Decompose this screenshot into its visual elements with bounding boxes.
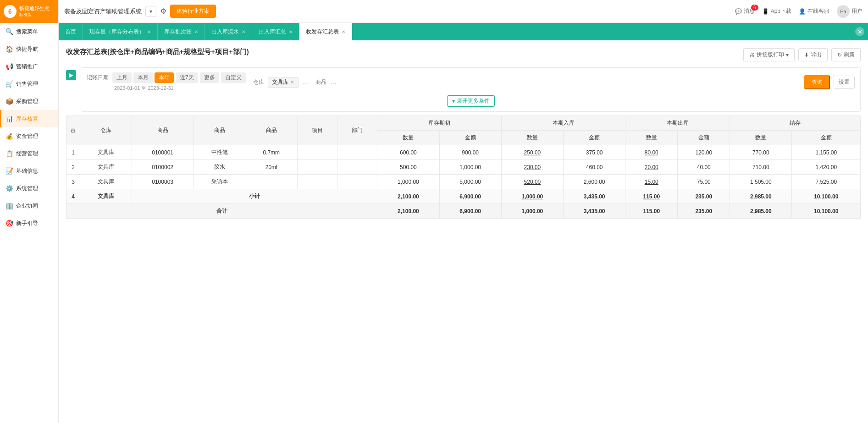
warehouse-tag-close[interactable]: ✕ [290,79,294,85]
sidebar-label-basic-info: 基础信息 [16,167,38,175]
total-balance-qty: 2,985.00 [730,204,792,219]
row-project [298,160,337,175]
app-download-item[interactable]: 📱 App下载 [762,7,791,15]
table-gear-icon[interactable]: ⚙ [70,127,76,134]
product-ellipsis[interactable]: ... [330,78,336,86]
filter-collapse-button[interactable]: ▶ [66,70,76,80]
tab-batch-accounts[interactable]: 库存批次账✕ [158,23,205,40]
print-button[interactable]: 🖨 拼接版打印 ▾ [743,48,795,61]
row-product-code: 0100002 [132,160,194,175]
tab-label-inventory-dist: 现存量（库存分布表） [89,28,144,36]
tab-label-in-out-summary: 出入库汇总 [259,28,286,36]
tab-home[interactable]: 首页 [59,23,83,40]
sidebar-item-operations[interactable]: 📋 经营管理 [0,145,58,162]
tab-close-in-out-flow[interactable]: ✕ [242,29,245,34]
date-btn-本年[interactable]: 本年 [155,72,174,83]
tab-close-in-out-summary[interactable]: ✕ [289,29,293,34]
row-out-qty[interactable]: 80.00 [625,145,678,160]
tab-in-out-summary[interactable]: 出入库汇总✕ [252,23,299,40]
sidebar-item-quick-nav[interactable]: 🏠 快捷导航 [0,40,58,58]
export-button[interactable]: ⬇ 导出 [798,48,828,61]
sidebar-item-inventory[interactable]: 📊 库存核算 [0,110,58,127]
sidebar-label-sales: 销售管理 [16,80,38,88]
row-balance-qty: 1,505.00 [730,175,792,189]
sidebar-item-enterprise[interactable]: 🏢 企业协同 [0,197,58,214]
online-service-item[interactable]: 👤 在线客服 [799,7,829,15]
sidebar-label-operations: 经营管理 [16,150,38,158]
sidebar-icon-quick-nav: 🏠 [5,45,13,53]
opening-qty-header: 数量 [377,131,439,145]
warehouse-ellipsis[interactable]: ... [302,78,308,86]
sidebar-item-system[interactable]: ⚙️ 系统管理 [0,180,58,197]
subtotal-in-qty[interactable]: 1,000.00 [501,189,563,204]
settings-button[interactable]: 设置 [834,76,855,89]
out-group-header: 本期出库 [625,116,730,131]
tab-label-batch-accounts: 库存批次账 [164,28,192,36]
row-opening-amt: 1,000.00 [439,160,501,175]
tab-bar: 首页现存量（库存分布表）✕库存批次账✕出入库流水✕出入库汇总✕收发存汇总表✕✕ [59,23,868,40]
filter-panel: 记账日期 上月本月本年近7天更多自定义 2023-01-01 至 2023-12… [81,67,861,112]
tab-receive-send-summary[interactable]: 收发存汇总表✕ [299,23,352,40]
sidebar-icon-system: ⚙️ [5,184,13,192]
total-row: 合计 2,100.00 6,900.00 1,000.00 3,435.00 1… [66,204,861,219]
user-item[interactable]: Ea 用户 [837,5,862,18]
table-row: 1 文具库 0100001 中性笔 0.7mm 600.00 900.00 25… [66,145,861,160]
settings-icon[interactable]: ⚙ [160,7,166,16]
sidebar-item-sales[interactable]: 🛒 销售管理 [0,75,58,93]
date-btn-更多[interactable]: 更多 [200,72,219,83]
row-project [298,175,337,189]
sidebar-item-guide[interactable]: 🎯 新手引导 [0,214,58,232]
query-button[interactable]: 查询 [804,75,830,89]
sidebar-item-search[interactable]: 🔍 搜索菜单 [0,23,58,40]
date-btn-上月[interactable]: 上月 [112,72,132,83]
row-project [298,145,337,160]
sidebar-item-purchase[interactable]: 📦 采购管理 [0,93,58,110]
sidebar-icon-finance: 💰 [5,132,13,140]
tab-close-receive-send-summary[interactable]: ✕ [342,29,345,34]
system-dropdown[interactable]: ▾ [145,6,156,17]
row-in-qty[interactable]: 250.00 [501,145,563,160]
subtotal-balance-amt: 10,100.00 [792,189,861,204]
opening-amt-header: 金额 [439,131,501,145]
sidebar-label-inventory: 库存核算 [16,115,38,123]
query-actions: 查询 设置 [804,75,855,89]
date-btn-自定义[interactable]: 自定义 [221,72,246,83]
row-no: 1 [66,145,80,160]
tab-label-home: 首页 [65,28,76,36]
expand-row: ▾ 展开更多条件 [87,95,855,107]
messages-item[interactable]: 💬 消息 6 [735,7,755,15]
total-balance-amt: 10,100.00 [792,204,861,219]
sidebar-item-marketing[interactable]: 📢 营销推广 [0,58,58,75]
expand-more-button[interactable]: ▾ 展开更多条件 [447,95,495,107]
tab-bar-close[interactable]: ✕ [855,27,864,36]
sidebar-item-basic-info[interactable]: 📝 基础信息 [0,162,58,180]
refresh-icon: ↻ [837,52,842,58]
total-out-amt: 235.00 [678,204,730,219]
date-btn-近7天[interactable]: 近7天 [176,72,198,83]
sidebar-item-finance[interactable]: 💰 资金管理 [0,127,58,145]
sidebar-icon-basic-info: 📝 [5,167,13,175]
row-out-qty[interactable]: 20.00 [625,160,678,175]
tab-inventory-dist[interactable]: 现存量（库存分布表）✕ [83,23,158,40]
tab-close-batch-accounts[interactable]: ✕ [194,29,198,34]
row-spec [245,175,298,189]
header-right: 💬 消息 6 📱 App下载 👤 在线客服 Ea 用户 [735,5,862,18]
tab-in-out-flow[interactable]: 出入库流水✕ [205,23,252,40]
row-in-qty[interactable]: 520.00 [501,175,563,189]
tab-close-inventory-dist[interactable]: ✕ [147,29,151,34]
sidebar-label-purchase: 采购管理 [16,98,38,105]
sidebar-label-finance: 资金管理 [16,132,38,140]
product-filter-section: 商品 ... [315,78,336,86]
online-service-label: 在线客服 [807,7,829,15]
app-download-label: App下载 [771,7,791,15]
date-btn-本月[interactable]: 本月 [133,72,153,83]
row-department [337,175,377,189]
refresh-button[interactable]: ↻ 刷新 [831,48,861,61]
sidebar: 6 畅捷通好生意 标准版 🔍 搜索菜单 🏠 快捷导航 📢 营销推广 🛒 销售管理… [0,0,59,423]
subtotal-out-qty[interactable]: 115.00 [625,189,678,204]
row-out-qty[interactable]: 15.00 [625,175,678,189]
table-settings-header[interactable]: ⚙ [66,116,80,145]
trial-button[interactable]: 体验行业方案 [170,5,216,18]
warehouse-filter-section: 仓库 文具库 ✕ ... [253,77,308,88]
row-in-qty[interactable]: 230.00 [501,160,563,175]
